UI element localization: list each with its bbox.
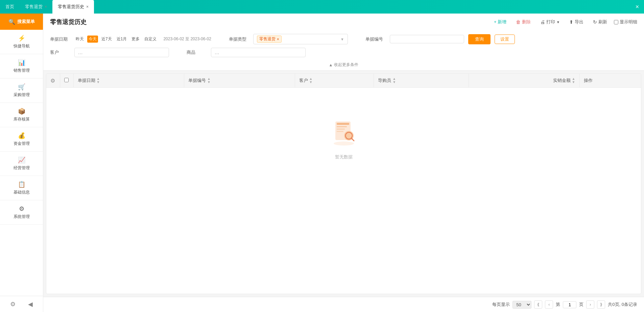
pagination-bar: 每页显示 50 100 200 ⟪ ‹ 第 页 › ⟫ 共0页, 0条记录 bbox=[43, 297, 644, 312]
new-button[interactable]: + 新增 bbox=[491, 18, 509, 26]
page-size-label: 每页显示 bbox=[492, 302, 510, 308]
tab-retail-return-history-close[interactable]: × bbox=[86, 4, 89, 9]
sidebar-item-inventory-label: 库存核算 bbox=[14, 116, 30, 122]
type-filter-tag: 零售退货 × bbox=[257, 36, 282, 43]
svg-rect-5 bbox=[337, 131, 343, 132]
inventory-icon: 📦 bbox=[18, 108, 25, 115]
page-prev-button[interactable]: ‹ bbox=[545, 300, 553, 309]
col-guide-label: 导购员 bbox=[378, 77, 391, 84]
date-filter-label: 单据日期 bbox=[50, 36, 70, 42]
data-table: ⚙ 单据日期 ▲▼ 单据编号 bbox=[46, 74, 641, 187]
toolbar: + 新增 🗑 删除 🖨 打印 ▼ ⬆ 导出 bbox=[491, 18, 637, 26]
top-bar: 首页 零售退货 × 零售退货历史 × × bbox=[0, 0, 644, 14]
sidebar-item-operations-label: 经营管理 bbox=[14, 165, 30, 171]
sidebar-bottom: ⚙ ◀ bbox=[0, 296, 43, 312]
col-settings[interactable]: ⚙ bbox=[46, 74, 60, 88]
query-button[interactable]: 查询 bbox=[468, 34, 491, 44]
sidebar-item-purchase-mgmt-label: 采购管理 bbox=[14, 92, 30, 98]
setting-button[interactable]: 设置 bbox=[495, 35, 515, 44]
page-last-button[interactable]: ⟫ bbox=[597, 300, 605, 309]
customer-filter-label: 客户 bbox=[50, 49, 70, 55]
page-title: 零售退货历史 bbox=[50, 18, 87, 26]
refresh-button[interactable]: ↻ 刷新 bbox=[590, 18, 610, 26]
collapse-bar[interactable]: ▲ 收起更多条件 bbox=[50, 61, 637, 70]
svg-rect-3 bbox=[337, 126, 347, 127]
col-amount[interactable]: 实销金额 ▲▼ bbox=[469, 74, 580, 88]
col-action-label: 操作 bbox=[584, 78, 593, 83]
date-opt-1month[interactable]: 近1月 bbox=[115, 36, 128, 43]
empty-icon bbox=[327, 115, 361, 149]
page-first-button[interactable]: ⟪ bbox=[534, 300, 542, 309]
date-range-display: 2023-06-02 至 2023-06-02 bbox=[163, 36, 211, 42]
type-filter-select[interactable]: 零售退货 × ▼ bbox=[253, 34, 348, 44]
customer-dots: ... bbox=[78, 49, 82, 55]
sidebar-item-finance-label: 资金管理 bbox=[14, 141, 30, 147]
page-size-select[interactable]: 50 100 200 bbox=[512, 301, 531, 309]
empty-state-cell: 暂无数据 bbox=[46, 88, 641, 187]
collapse-sidebar-icon[interactable]: ◀ bbox=[28, 300, 33, 308]
tab-retail-return-history[interactable]: 零售退货历史 × bbox=[52, 0, 94, 14]
filter-area: 单据日期 昨天 今天 近7天 近1月 更多 自定义 2023-06-02 至 2… bbox=[50, 30, 637, 70]
jump-label: 第 bbox=[556, 302, 560, 308]
quick-nav-icon: ⚡ bbox=[18, 35, 25, 42]
sidebar-search[interactable]: 🔍 搜索菜单 bbox=[0, 14, 43, 30]
type-tag-close-icon[interactable]: × bbox=[277, 37, 279, 42]
empty-state-text: 暂无数据 bbox=[335, 154, 353, 160]
date-opt-7days[interactable]: 近7天 bbox=[100, 36, 113, 43]
page-title-row: 零售退货历史 + 新增 🗑 删除 🖨 打印 ▼ ⬆ bbox=[50, 18, 637, 26]
table-settings-icon[interactable]: ⚙ bbox=[50, 78, 55, 84]
date-opt-yesterday[interactable]: 昨天 bbox=[74, 36, 85, 43]
display-detail-checkbox[interactable]: 显示明细 bbox=[614, 19, 637, 25]
sidebar-item-quick-nav[interactable]: ⚡ 快捷导航 bbox=[0, 30, 43, 54]
page-input[interactable] bbox=[563, 301, 576, 308]
goods-filter-label: 商品 bbox=[187, 49, 207, 55]
delete-button-label: 删除 bbox=[522, 19, 531, 25]
page-header: 零售退货历史 + 新增 🗑 删除 🖨 打印 ▼ ⬆ bbox=[43, 14, 644, 71]
tab-home[interactable]: 首页 bbox=[0, 0, 20, 14]
page-next-button[interactable]: › bbox=[586, 300, 594, 309]
sidebar-search-label: 搜索菜单 bbox=[17, 19, 35, 25]
col-action: 操作 bbox=[579, 74, 641, 88]
goods-filter-select[interactable]: ... bbox=[211, 48, 306, 57]
col-amount-label: 实销金额 bbox=[553, 77, 571, 84]
empty-state-row: 暂无数据 bbox=[46, 88, 641, 187]
table-container: ⚙ 单据日期 ▲▼ 单据编号 bbox=[46, 73, 641, 294]
display-detail-input[interactable] bbox=[614, 20, 618, 24]
sidebar-item-sys-mgmt[interactable]: ⚙ 系统管理 bbox=[0, 200, 43, 225]
col-checkbox[interactable] bbox=[60, 74, 73, 88]
base-info-icon: 📋 bbox=[18, 181, 25, 188]
select-all-checkbox[interactable] bbox=[64, 78, 69, 82]
sidebar-item-inventory[interactable]: 📦 库存核算 bbox=[0, 103, 43, 127]
page-label: 页 bbox=[579, 302, 583, 308]
sidebar-item-purchase-mgmt[interactable]: 🛒 采购管理 bbox=[0, 79, 43, 103]
date-opt-today[interactable]: 今天 bbox=[87, 36, 98, 43]
col-guide[interactable]: 导购员 ▲▼ bbox=[374, 74, 469, 88]
window-close-button[interactable]: × bbox=[630, 0, 644, 14]
voucher-filter-input[interactable] bbox=[390, 35, 464, 43]
col-customer-sort: ▲▼ bbox=[309, 77, 313, 84]
export-button[interactable]: ⬆ 导出 bbox=[567, 18, 586, 26]
sidebar-item-sales-mgmt[interactable]: 📊 销售管理 bbox=[0, 54, 43, 79]
col-customer[interactable]: 客户 ▲▼ bbox=[295, 74, 374, 88]
sidebar-item-finance[interactable]: 💰 资金管理 bbox=[0, 127, 43, 152]
sidebar: 🔍 搜索菜单 ⚡ 快捷导航 📊 销售管理 🛒 采购管理 📦 库存核算 💰 bbox=[0, 14, 43, 312]
date-opt-custom[interactable]: 自定义 bbox=[143, 36, 158, 43]
col-date-sort: ▲▼ bbox=[97, 77, 100, 84]
col-voucher[interactable]: 单据编号 ▲▼ bbox=[184, 74, 295, 88]
empty-state: 暂无数据 bbox=[46, 88, 641, 187]
date-opt-more[interactable]: 更多 bbox=[130, 36, 141, 43]
sidebar-item-base-info[interactable]: 📋 基础信息 bbox=[0, 176, 43, 200]
customer-filter-select[interactable]: ... bbox=[74, 48, 169, 57]
tab-retail-return-close[interactable]: × bbox=[45, 4, 47, 9]
type-tag-value: 零售退货 bbox=[259, 36, 276, 42]
operations-icon: 📈 bbox=[18, 156, 25, 164]
purchase-mgmt-icon: 🛒 bbox=[18, 83, 25, 91]
sidebar-item-operations[interactable]: 📈 经营管理 bbox=[0, 152, 43, 176]
export-button-label: 导出 bbox=[575, 19, 583, 25]
delete-button[interactable]: 🗑 删除 bbox=[513, 18, 533, 26]
print-button[interactable]: 🖨 打印 ▼ bbox=[538, 18, 563, 26]
col-date[interactable]: 单据日期 ▲▼ bbox=[73, 74, 184, 88]
tab-retail-return[interactable]: 零售退货 × bbox=[20, 0, 52, 14]
collapse-label: 收起更多条件 bbox=[334, 62, 358, 68]
settings-bottom-icon[interactable]: ⚙ bbox=[10, 300, 16, 308]
